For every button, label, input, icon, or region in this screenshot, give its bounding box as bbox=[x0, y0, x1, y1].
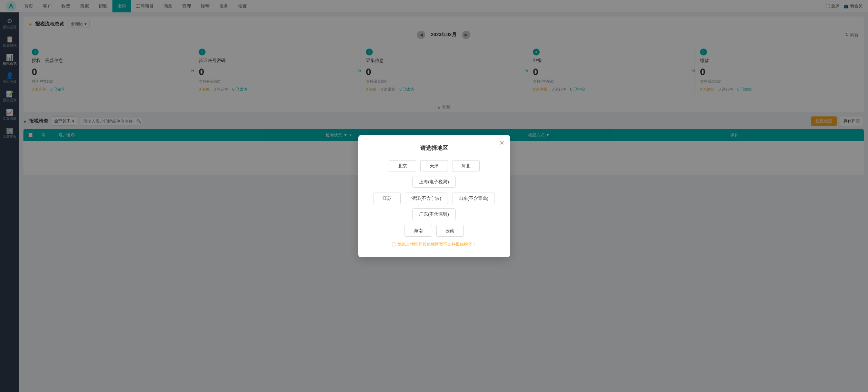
modal-title: 请选择地区 bbox=[369, 145, 499, 152]
region-btn-hebei[interactable]: 河北 bbox=[452, 160, 480, 172]
region-btn-shandong[interactable]: 山东(不含青岛) bbox=[452, 193, 495, 204]
modal-close-btn[interactable]: ✕ bbox=[499, 140, 505, 146]
region-btn-guangdong[interactable]: 广东(不含深圳) bbox=[412, 208, 456, 220]
region-btn-jiangsu[interactable]: 江苏 bbox=[373, 193, 401, 204]
region-btn-yunnan[interactable]: 云南 bbox=[436, 225, 464, 237]
region-btn-zhejiang[interactable]: 浙江(不含宁波) bbox=[405, 193, 448, 204]
modal-region-row-2: 江苏 浙江(不含宁波) 山东(不含青岛) 广东(不含深圳) bbox=[369, 193, 499, 220]
modal-region-row-3: 海南 云南 bbox=[369, 225, 499, 237]
region-btn-beijing[interactable]: 北京 bbox=[389, 160, 416, 172]
region-select-modal: ✕ 请选择地区 北京 天津 河北 上海(电子税局) 江苏 浙江(不含宁波) 山东… bbox=[358, 135, 510, 257]
region-btn-hainan[interactable]: 海南 bbox=[405, 225, 432, 237]
modal-warning: ⓘ 除以上地区外其他地区暂不支持报税检查！ bbox=[369, 241, 499, 248]
modal-overlay: ✕ 请选择地区 北京 天津 河北 上海(电子税局) 江苏 浙江(不含宁波) 山东… bbox=[0, 0, 868, 392]
region-btn-tianjin[interactable]: 天津 bbox=[420, 160, 448, 172]
warning-icon: ⓘ bbox=[392, 241, 396, 248]
region-btn-shanghai[interactable]: 上海(电子税局) bbox=[412, 176, 456, 188]
modal-region-row-1: 北京 天津 河北 上海(电子税局) bbox=[369, 160, 499, 188]
modal-warning-text: 除以上地区外其他地区暂不支持报税检查！ bbox=[398, 241, 476, 247]
